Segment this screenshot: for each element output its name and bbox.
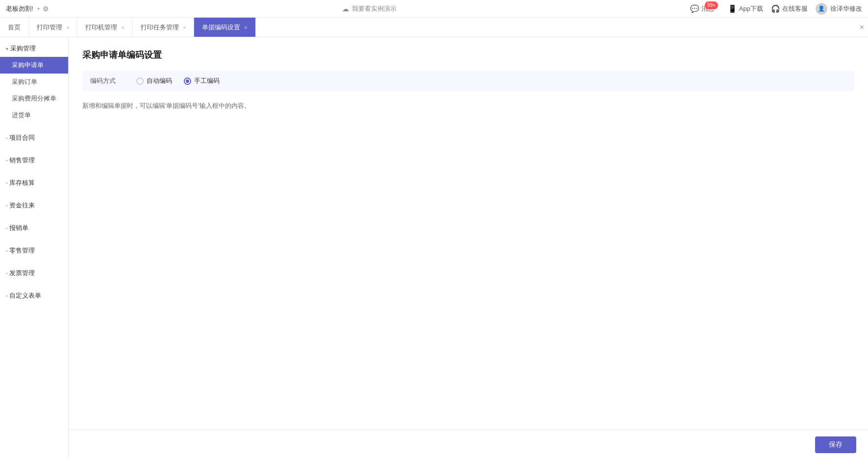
content-area: 采购申请单编码设置 编码方式 自动编码 手工编码 新增和编辑单据时，可以编辑'单… [69,37,868,459]
tab-print-task-mgmt-close[interactable]: × [183,25,186,30]
tab-single-code-setting-label: 单据编码设置 [202,23,240,32]
sidebar-group-project-label: 项目合同 [9,133,35,142]
radio-manual[interactable]: 手工编码 [184,76,220,85]
sidebar-group-capital-label: 资金往来 [9,201,35,210]
tab-print-task-mgmt-label: 打印任务管理 [141,23,179,32]
radio-auto-circle [136,77,144,85]
sidebar-group-custom-label: 自定义表单 [9,291,41,300]
content-footer: 保存 [69,430,868,459]
app-download-btn[interactable]: 📱 App下载 [728,4,763,13]
arrow-inventory-icon: › [4,182,9,183]
cloud-icon: ☁ [342,5,349,13]
sidebar-group-returns-label: 报销单 [9,224,28,232]
arrow-sales-icon: › [4,159,9,161]
arrow-custom-icon: › [4,295,9,296]
main-layout: ▾ 采购管理 采购申请单 采购订单 采购费用分摊单 进货单 › 项目合同 [0,37,868,459]
radio-auto[interactable]: 自动编码 [136,76,172,85]
sidebar-item-purchase-expense[interactable]: 采购费用分摊单 [0,90,68,107]
settings-icon[interactable]: ⚙ [43,5,49,13]
sidebar-group-returns-title[interactable]: › 报销单 [0,220,68,236]
sidebar-group-retail-title[interactable]: › 零售管理 [0,242,68,259]
arrow-invoice-icon: › [4,272,9,274]
sidebar-group-capital-title[interactable]: › 资金往来 [0,197,68,214]
tab-single-code-setting-close[interactable]: × [244,25,247,30]
page-title: 采购申请单编码设置 [82,49,854,61]
encoding-row: 编码方式 自动编码 手工编码 [82,71,854,91]
radio-auto-label: 自动编码 [147,76,172,85]
hint-text: 新增和编辑单据时，可以编辑'单据编码号'输入框中的内容。 [82,101,854,111]
chevron-down-icon[interactable]: ▾ [37,6,40,11]
sidebar-item-inbound[interactable]: 进货单 [0,107,68,124]
sidebar-group-purchase: ▾ 采购管理 采购申请单 采购订单 采购费用分摊单 进货单 [0,37,68,127]
online-service-btn[interactable]: 🎧 在线客服 [771,4,808,13]
sidebar-group-sales: › 销售管理 [0,149,68,172]
tab-close-all[interactable]: × [860,23,864,32]
app-icon: 📱 [728,4,737,13]
sidebar-group-invoice-title[interactable]: › 发票管理 [0,265,68,281]
service-icon: 🎧 [771,4,780,13]
sidebar-group-purchase-label: 采购管理 [10,44,36,53]
arrow-capital-icon: › [4,204,9,206]
app-label: App下载 [739,4,763,13]
save-button[interactable]: 保存 [815,436,856,453]
sidebar-group-sales-title[interactable]: › 销售管理 [0,152,68,169]
top-bar-icons: ▾ ⚙ [37,5,49,13]
sidebar-group-invoice-label: 发票管理 [9,269,35,278]
tab-printer-mgmt-close[interactable]: × [121,25,124,30]
arrow-returns-icon: › [4,227,9,229]
top-bar-right: 💬 消息 99+ 📱 App下载 🎧 在线客服 👤 徐泽华修改 [690,3,862,15]
radio-manual-label: 手工编码 [194,76,220,85]
sidebar-group-inventory: › 库存核算 [0,172,68,194]
brand-text[interactable]: 老板勿割! [6,4,33,13]
user-info[interactable]: 👤 徐泽华修改 [816,3,862,15]
message-badge: 99+ [705,1,718,9]
demo-link-text: 我要看实例演示 [352,4,397,13]
avatar: 👤 [816,3,827,15]
sidebar-group-project-title[interactable]: › 项目合同 [0,129,68,146]
sidebar-item-inbound-label: 进货单 [12,111,31,119]
top-bar-left: 老板勿割! ▾ ⚙ [6,4,49,13]
tab-printer-mgmt-label: 打印机管理 [85,23,117,32]
message-icon: 💬 [690,4,699,13]
content-main: 采购申请单编码设置 编码方式 自动编码 手工编码 新增和编辑单据时，可以编辑'单… [69,37,868,430]
tab-print-mgmt-close[interactable]: × [66,25,69,30]
sidebar-group-retail: › 零售管理 [0,239,68,262]
tab-printer-mgmt[interactable]: 打印机管理 × [77,18,132,37]
sidebar-group-inventory-label: 库存核算 [9,178,35,187]
tab-home-label: 首页 [8,23,21,32]
sidebar-group-project: › 项目合同 [0,127,68,149]
tab-bar: 首页 打印管理 × 打印机管理 × 打印任务管理 × 单据编码设置 × × [0,18,868,37]
tab-home[interactable]: 首页 [0,18,29,37]
sidebar: ▾ 采购管理 采购申请单 采购订单 采购费用分摊单 进货单 › 项目合同 [0,37,69,459]
tab-single-code-setting[interactable]: 单据编码设置 × [194,18,255,37]
sidebar-item-purchase-order-label: 采购订单 [12,78,37,85]
sidebar-group-retail-label: 零售管理 [9,246,35,255]
tab-print-task-mgmt[interactable]: 打印任务管理 × [133,18,194,37]
arrow-retail-icon: › [4,250,9,251]
sidebar-group-capital: › 资金往来 [0,194,68,217]
user-name: 徐泽华修改 [830,4,862,13]
radio-manual-circle [184,77,191,85]
service-label: 在线客服 [782,4,808,13]
sidebar-group-invoice: › 发票管理 [0,262,68,284]
sidebar-group-sales-label: 销售管理 [9,156,35,165]
sidebar-group-returns: › 报销单 [0,217,68,239]
tab-print-mgmt-label: 打印管理 [37,23,62,32]
arrow-icon: ▾ [6,46,8,51]
sidebar-group-purchase-title[interactable]: ▾ 采购管理 [0,40,68,57]
arrow-project-icon: › [4,137,9,138]
sidebar-group-inventory-title[interactable]: › 库存核算 [0,175,68,191]
top-bar: 老板勿割! ▾ ⚙ ☁ 我要看实例演示 💬 消息 99+ 📱 App下载 🎧 在… [0,0,868,18]
tab-print-mgmt[interactable]: 打印管理 × [29,18,77,37]
tab-bar-wrapper: 首页 打印管理 × 打印机管理 × 打印任务管理 × 单据编码设置 × × [0,18,868,37]
demo-link[interactable]: ☁ 我要看实例演示 [342,4,397,13]
sidebar-group-custom-title[interactable]: › 自定义表单 [0,287,68,304]
encoding-label: 编码方式 [90,76,124,85]
sidebar-group-custom: › 自定义表单 [0,284,68,307]
radio-group: 自动编码 手工编码 [136,76,220,85]
sidebar-item-purchase-request[interactable]: 采购申请单 [0,57,68,74]
message-btn[interactable]: 💬 消息 99+ [690,4,714,13]
sidebar-item-purchase-order[interactable]: 采购订单 [0,74,68,90]
sidebar-item-purchase-expense-label: 采购费用分摊单 [12,95,56,102]
sidebar-item-purchase-request-label: 采购申请单 [12,61,44,69]
